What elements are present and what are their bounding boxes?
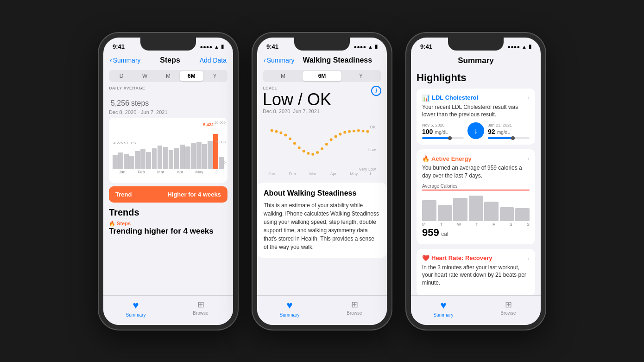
tab-browse-3[interactable]: ⊞ Browse: [476, 299, 541, 318]
chart-x-labels: Jan Feb Mar Apr May J: [109, 169, 227, 175]
about-section: About Walking Steadiness This is an esti…: [257, 183, 387, 258]
summary-content: Highlights 📊 LDL Cholesterol › Your rece…: [411, 69, 541, 325]
trend-item-label: 🔥 Steps: [109, 221, 227, 227]
chart-y-max: 10,000: [215, 121, 226, 125]
bar-highlighted: [213, 134, 218, 169]
steps-value: 5,256: [111, 99, 129, 107]
cal-bar-f: [484, 202, 499, 221]
svg-point-14: [321, 147, 323, 150]
bar-10: [163, 147, 168, 169]
about-title: About Walking Steadiness: [264, 189, 380, 197]
chol-before-unit: mg/dL: [435, 130, 448, 135]
summary-label-2: Summary: [280, 312, 300, 318]
back-button-2[interactable]: ‹ Summary: [264, 57, 295, 64]
battery-icon-2: ▮: [375, 44, 378, 50]
bar-8: [152, 148, 157, 169]
hr-card[interactable]: ❤️ Heart Rate: Recovery › In the 3 minut…: [417, 249, 535, 296]
tab-y-w[interactable]: Y: [341, 71, 380, 81]
trend-badge[interactable]: Trend Higher for 4 weeks: [109, 186, 227, 203]
svg-text:May: May: [350, 171, 358, 176]
bar-4: [129, 156, 134, 169]
bar-5: [135, 151, 140, 169]
bar-1: [113, 155, 118, 169]
svg-text:Low: Low: [368, 147, 376, 152]
info-icon[interactable]: i: [371, 86, 381, 96]
battery-icon-1: ▮: [221, 44, 224, 50]
svg-text:Jan: Jan: [269, 171, 275, 176]
chol-before-fill: [422, 137, 449, 139]
steadiness-svg: OK Low Very Low: [263, 119, 381, 179]
chart-y-mid: 5,000: [216, 140, 226, 144]
tab-y[interactable]: Y: [203, 71, 227, 81]
status-bar-1: 9:41 ●●●● ▲ ▮: [103, 38, 233, 54]
ldl-icon: 📊: [422, 94, 430, 102]
walking-content: M 6M Y LEVEL Low / OK Dec 8, 2020–Jun 7,…: [257, 68, 387, 325]
tab-m[interactable]: M: [157, 71, 180, 81]
chol-after-bar: [488, 137, 530, 139]
highlights-title: Highlights: [417, 72, 535, 84]
time-segment-1[interactable]: D W M 6M Y: [109, 70, 227, 82]
tab-summary-2[interactable]: ♥ Summary: [257, 299, 322, 318]
chol-before-bar: [422, 137, 464, 139]
browse-label-2: Browse: [347, 311, 362, 316]
status-time-3: 9:41: [420, 43, 432, 50]
tab-m-w[interactable]: M: [264, 71, 303, 81]
chol-after: Jan 21, 2021 92 mg/dL: [488, 123, 530, 139]
add-data-button[interactable]: Add Data: [200, 57, 227, 64]
xlabel-may: May: [196, 170, 203, 174]
cal-bar-w: [453, 198, 467, 221]
svg-point-5: [279, 132, 282, 134]
tab-browse-1[interactable]: ⊞ Browse: [168, 299, 233, 318]
signal-icon-2: ●●●●: [354, 44, 366, 50]
energy-header: 🔥 Active Energy ›: [422, 155, 530, 162]
ldl-header: 📊 LDL Cholesterol ›: [422, 94, 530, 102]
cal-bar-t1: [438, 205, 452, 221]
energy-card[interactable]: 🔥 Active Energy › You burned an average …: [417, 149, 535, 244]
svg-point-11: [307, 152, 310, 155]
tab-summary-1[interactable]: ♥ Summary: [103, 299, 168, 318]
tab-browse-2[interactable]: ⊞ Browse: [322, 299, 387, 318]
chol-after-fill: [488, 137, 512, 139]
status-bar-3: 9:41 ●●●● ▲ ▮: [411, 38, 541, 54]
browse-label-1: Browse: [193, 311, 208, 316]
svg-point-21: [353, 130, 355, 133]
trend-label: Trend: [115, 191, 132, 198]
cal-lbl-t1: T: [440, 222, 443, 227]
energy-name: 🔥 Active Energy: [422, 155, 472, 162]
cal-lbl-s1: S: [510, 222, 512, 227]
hr-label: Heart Rate: Recovery: [431, 254, 492, 261]
energy-icon: 🔥: [422, 155, 429, 162]
svg-point-4: [275, 130, 278, 133]
tab-d[interactable]: D: [110, 71, 133, 81]
svg-point-8: [293, 142, 296, 145]
bar-18: [208, 141, 213, 169]
xlabel-apr: Apr: [177, 170, 183, 174]
tab-w[interactable]: W: [133, 71, 156, 81]
ldl-card[interactable]: 📊 LDL Cholesterol › Your recent LDL Chol…: [417, 89, 535, 145]
tab-6m-w[interactable]: 6M: [303, 71, 341, 81]
browse-icon-1: ⊞: [197, 299, 204, 310]
down-arrow: ↓: [467, 122, 484, 139]
cal-lbl-m: M: [422, 222, 426, 227]
time-segment-2[interactable]: M 6M Y: [263, 70, 381, 82]
chol-after-number: 92: [488, 128, 495, 135]
xlabel-j: J: [215, 170, 218, 174]
summary-label-3: Summary: [434, 312, 454, 318]
tab-bar-3: ♥ Summary ⊞ Browse: [411, 295, 541, 325]
tab-6m[interactable]: 6M: [180, 71, 203, 81]
phone-walking: 9:41 ●●●● ▲ ▮ ‹ Summary Walking Steadine…: [253, 33, 391, 330]
cal-bar-s2: [515, 208, 530, 221]
bar-3: [124, 154, 129, 169]
steps-unit: steps: [131, 99, 149, 107]
svg-text:Mar: Mar: [309, 171, 316, 176]
svg-point-24: [366, 130, 369, 133]
svg-point-18: [339, 133, 341, 136]
back-button-1[interactable]: ‹ Summary: [110, 57, 141, 64]
cal-avg-unit: cal: [441, 231, 448, 237]
chol-before-dot: [448, 136, 452, 140]
status-time-2: 9:41: [266, 43, 278, 50]
steps-content: D W M 6M Y DAILY AVERAGE 5,256steps Dec …: [103, 68, 233, 325]
tab-summary-3[interactable]: ♥ Summary: [411, 299, 476, 318]
cal-bar-s1: [500, 207, 514, 221]
bar-13: [180, 145, 185, 169]
